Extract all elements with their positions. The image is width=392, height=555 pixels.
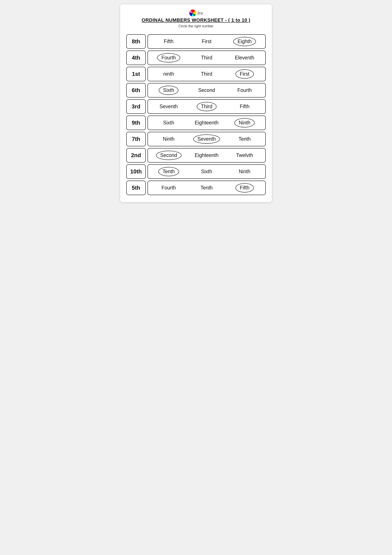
choices-box: FourthTenthFifth (148, 181, 266, 195)
choice-option: First (226, 69, 264, 79)
worksheet-row: 3rdSeventhThirdFifth (126, 99, 266, 114)
worksheet-row: 2ndSecondEighteenthTwelvth (126, 148, 266, 163)
choice-option: Sixth (150, 86, 188, 95)
ordinal-box: 9th (126, 116, 146, 130)
choices-box: SixthEighteenthNinth (148, 116, 266, 130)
choice-option: Fifth (150, 39, 188, 44)
choice-option: Sixth (150, 120, 188, 126)
ordinal-box: 10th (126, 164, 146, 179)
choice-option: Tenth (226, 136, 264, 142)
header: Ira ORDINAL NUMBERS WORKSHEET - ( 1 to 1… (126, 9, 266, 32)
ordinal-box: 5th (126, 181, 146, 195)
choice-option: First (188, 39, 225, 44)
worksheet-row: 9thSixthEighteenthNinth (126, 116, 266, 130)
choice-option: Fourth (226, 87, 264, 93)
choice-option: Fourth (150, 53, 188, 62)
choice-option: Ninth (226, 169, 264, 175)
choice-option: Second (188, 87, 225, 93)
ordinal-box: 4th (126, 51, 146, 65)
choice-option: Eleventh (226, 55, 264, 61)
choice-option: Second (150, 151, 188, 160)
choices-box: SixthSecondFourth (148, 83, 266, 98)
main-title: ORDINAL NUMBERS WORKSHEET - ( 1 to 10 ) (142, 17, 250, 23)
choices-box: SeventhThirdFifth (148, 99, 266, 114)
choice-option: Sixth (188, 169, 225, 175)
worksheet-row: 8thFifthFirstEighth (126, 34, 266, 49)
worksheet-rows: 8thFifthFirstEighth4thFourthThirdElevent… (126, 34, 266, 195)
choice-option: Third (188, 71, 225, 77)
worksheet-row: 4thFourthThirdEleventh (126, 51, 266, 65)
worksheet-row: 10thTenthSixthNinth (126, 164, 266, 179)
choice-option: ninth (150, 71, 188, 77)
choice-option: Third (188, 102, 225, 111)
choice-option: Seventh (188, 134, 225, 144)
logo-label: Ira (198, 11, 203, 16)
choices-box: ninthThirdFirst (148, 67, 266, 81)
worksheet-row: 5thFourthTenthFifth (126, 181, 266, 195)
choices-box: TenthSixthNinth (148, 164, 266, 179)
choice-option: Fifth (226, 104, 264, 110)
choices-box: SecondEighteenthTwelvth (148, 148, 266, 163)
choice-option: Seventh (150, 104, 188, 110)
ordinal-box: 2nd (126, 148, 146, 163)
choice-option: Ninth (226, 118, 264, 127)
worksheet-page: Ira ORDINAL NUMBERS WORKSHEET - ( 1 to 1… (120, 4, 272, 202)
choice-option: Fifth (226, 183, 264, 192)
ordinal-box: 8th (126, 34, 146, 49)
logo-row: Ira (189, 9, 203, 16)
choice-option: Tenth (150, 167, 188, 176)
ordinal-box: 7th (126, 132, 146, 146)
choice-option: Eighteenth (188, 153, 225, 158)
choice-option: Ninth (150, 136, 188, 142)
worksheet-row: 1stninthThirdFirst (126, 67, 266, 81)
worksheet-row: 7thNinthSeventhTenth (126, 132, 266, 146)
choice-option: Fourth (150, 185, 188, 191)
ordinal-box: 3rd (126, 99, 146, 114)
choices-box: FifthFirstEighth (148, 34, 266, 49)
choices-box: FourthThirdEleventh (148, 51, 266, 65)
choice-option: Eighth (226, 37, 264, 46)
ordinal-box: 6th (126, 83, 146, 98)
choice-option: Twelvth (226, 153, 264, 158)
worksheet-row: 6thSixthSecondFourth (126, 83, 266, 98)
logo-icon (189, 9, 196, 16)
choice-option: Third (188, 55, 225, 61)
choice-option: Eighteenth (188, 120, 225, 126)
choice-option: Tenth (188, 185, 225, 191)
ordinal-box: 1st (126, 67, 146, 81)
subtitle: Circle the right number (178, 24, 214, 28)
choices-box: NinthSeventhTenth (148, 132, 266, 146)
